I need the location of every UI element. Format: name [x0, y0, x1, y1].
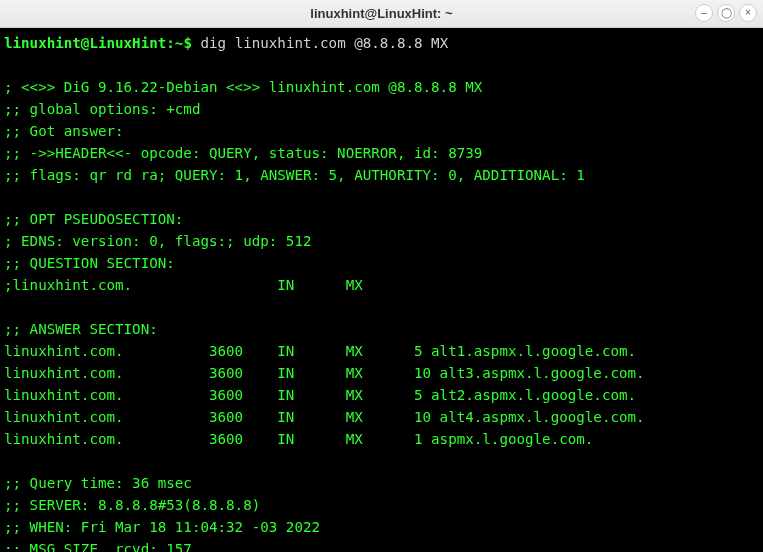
- terminal[interactable]: linuxhint@LinuxHint:~$ dig linuxhint.com…: [0, 28, 763, 552]
- command-text: dig linuxhint.com @8.8.8.8 MX: [192, 35, 448, 51]
- prompt-user-host: linuxhint@LinuxHint: [4, 35, 166, 51]
- close-icon: ×: [745, 8, 751, 18]
- window-maximize-button[interactable]: ◯: [717, 4, 735, 22]
- maximize-icon: ◯: [721, 8, 732, 18]
- prompt-line: linuxhint@LinuxHint:~$ dig linuxhint.com…: [4, 32, 759, 54]
- minimize-icon: –: [701, 8, 707, 18]
- prompt-separator: :: [166, 35, 175, 51]
- window-buttons: – ◯ ×: [695, 4, 757, 22]
- window-titlebar: linuxhint@LinuxHint: ~ – ◯ ×: [0, 0, 763, 28]
- terminal-output: ; <<>> DiG 9.16.22-Debian <<>> linuxhint…: [4, 79, 645, 552]
- window-minimize-button[interactable]: –: [695, 4, 713, 22]
- window-title: linuxhint@LinuxHint: ~: [310, 6, 452, 21]
- window-close-button[interactable]: ×: [739, 4, 757, 22]
- prompt-sigil: $: [183, 35, 192, 51]
